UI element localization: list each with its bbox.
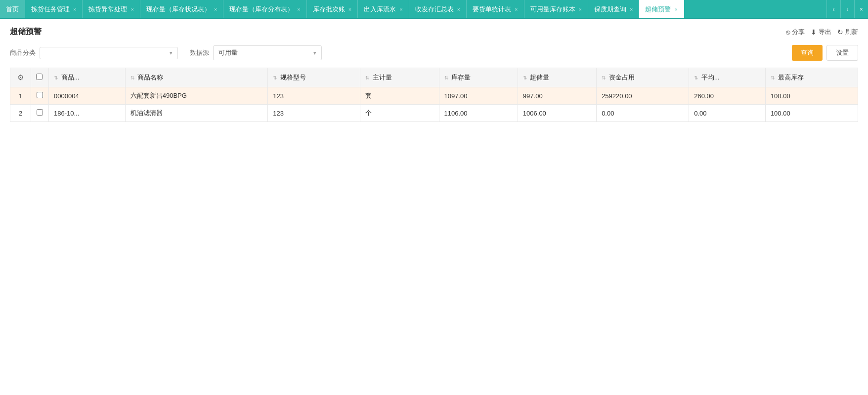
th-stock[interactable]: ⇅ 库存量 [439,68,518,87]
settings-button[interactable]: 设置 [826,45,858,61]
close-icon[interactable]: × [130,6,133,12]
close-icon[interactable]: × [399,6,402,12]
close-icon[interactable]: × [457,6,460,12]
nav-item-label: 拣货异常处理 [88,5,127,14]
nav-item-label: 现存量（库存分布表） [229,5,294,14]
page-header: 超储预警 ⎋ 分享 ⬇ 导出 ↻ 刷新 [10,27,858,37]
td-name: 六配套新昌490BPG [125,87,268,105]
td-capital: 0.00 [597,105,689,122]
nav-prev-button[interactable]: ‹ [826,0,840,19]
sort-icon: ⇅ [444,75,448,80]
share-button[interactable]: ⎋ 分享 [786,28,805,37]
close-icon[interactable]: × [579,6,582,12]
td-stock: 1097.00 [439,87,518,105]
th-avg-label: 平均... [701,74,720,81]
chevron-down-icon: ▾ [170,50,173,56]
th-capital-label: 资金占用 [609,74,635,81]
close-icon[interactable]: × [297,6,300,12]
th-checkbox[interactable] [31,68,49,87]
export-button[interactable]: ⬇ 导出 [811,28,831,37]
action-buttons: 查询 设置 [792,45,858,61]
nav-item-overstock[interactable]: 超储预警 × [639,0,684,19]
nav-item-expiry[interactable]: 保质期查询 × [588,0,639,19]
nav-item-exception[interactable]: 拣货异常处理 × [83,0,140,19]
select-all-checkbox[interactable] [36,74,43,80]
share-icon: ⎋ [786,28,790,36]
sort-icon: ⇅ [602,75,606,80]
nav-item-home[interactable]: 首页 [0,0,25,19]
th-stock-label: 库存量 [451,74,471,81]
sort-icon: ⇅ [273,75,277,80]
nav-item-task[interactable]: 拣货任务管理 × [25,0,83,19]
td-code: 0000004 [49,87,126,105]
nav-item-label: 收发存汇总表 [415,5,454,14]
close-icon[interactable]: × [73,6,76,12]
close-icon[interactable]: × [214,6,217,12]
gear-icon[interactable]: ⚙ [15,72,26,83]
query-button[interactable]: 查询 [792,45,823,61]
nav-item-stock-dist[interactable]: 现存量（库存分布表） × [223,0,306,19]
th-spec[interactable]: ⇅ 规格型号 [268,68,360,87]
td-checkbox[interactable] [31,105,49,122]
nav-item-available[interactable]: 可用量库存账本 × [524,0,588,19]
th-spec-label: 规格型号 [280,74,306,81]
nav-next-button[interactable]: › [840,0,854,19]
close-icon[interactable]: × [348,6,351,12]
nav-item-summary[interactable]: 收发存汇总表 × [409,0,467,19]
table-row[interactable]: 2 186-10... 机油滤清器 123 个 1106.00 1006.00 … [10,105,858,122]
td-avg: 0.00 [689,105,766,122]
close-icon[interactable]: × [515,6,518,12]
datasource-filter: 数据源 可用量 ▾ [190,45,322,60]
close-icon[interactable]: × [674,6,677,12]
refresh-button[interactable]: ↻ 刷新 [837,28,858,37]
th-overstock[interactable]: ⇅ 超储量 [518,68,596,87]
category-filter: 商品分类 ▾ [10,47,178,59]
th-unit[interactable]: ⇅ 主计量 [360,68,439,87]
category-select[interactable]: ▾ [40,47,178,59]
table-body: 1 0000004 六配套新昌490BPG 123 套 1097.00 997.… [10,87,858,122]
header-actions: ⎋ 分享 ⬇ 导出 ↻ 刷新 [786,28,858,37]
page-container: 超储预警 ⎋ 分享 ⬇ 导出 ↻ 刷新 商品分类 ▾ 数据源 [0,19,868,130]
sort-icon: ⇅ [365,75,369,80]
sort-icon: ⇅ [130,75,134,80]
refresh-icon: ↻ [837,28,843,36]
td-overstock: 1006.00 [518,105,596,122]
th-settings[interactable]: ⚙ [10,68,31,87]
data-table: ⚙ ⇅ 商品... ⇅ 商品名称 ⇅ 规格型号 ⇅ [10,68,858,122]
td-checkbox[interactable] [31,87,49,105]
sort-icon: ⇅ [694,75,698,80]
nav-item-label: 超储预警 [645,5,671,14]
table-row[interactable]: 1 0000004 六配套新昌490BPG 123 套 1097.00 997.… [10,87,858,105]
td-max-stock: 100.00 [765,105,858,122]
datasource-select[interactable]: 可用量 ▾ [213,45,322,60]
sort-icon: ⇅ [54,75,58,80]
row-checkbox[interactable] [37,109,43,116]
nav-item-label: 保质期查询 [594,5,626,14]
share-label: 分享 [792,28,805,37]
th-avg[interactable]: ⇅ 平均... [689,68,766,87]
nav-item-demand[interactable]: 要货单统计表 × [467,0,524,19]
th-code[interactable]: ⇅ 商品... [49,68,126,87]
close-icon[interactable]: × [630,6,633,12]
nav-close-button[interactable]: × [854,0,868,19]
page-title: 超储预警 [10,27,42,37]
th-max-stock[interactable]: ⇅ 最高库存 [765,68,858,87]
th-capital[interactable]: ⇅ 资金占用 [597,68,689,87]
nav-item-batch[interactable]: 库存批次账 × [307,0,358,19]
nav-item-stock-status[interactable]: 现存量（库存状况表） × [140,0,223,19]
nav-item-label: 出入库流水 [364,5,396,14]
nav-item-label: 可用量库存账本 [530,5,575,14]
row-checkbox[interactable] [37,92,43,98]
td-unit: 个 [360,105,439,122]
nav-item-label: 要货单统计表 [473,5,511,14]
filter-row: 商品分类 ▾ 数据源 可用量 ▾ 查询 设置 [10,45,858,61]
nav-item-label: 库存批次账 [313,5,345,14]
th-max-stock-label: 最高库存 [778,74,804,81]
export-label: 导出 [819,28,831,37]
td-index: 1 [10,87,31,105]
datasource-select-value: 可用量 [218,48,238,57]
th-name[interactable]: ⇅ 商品名称 [125,68,268,87]
td-index: 2 [10,105,31,122]
nav-item-flow[interactable]: 出入库流水 × [358,0,409,19]
table-header: ⚙ ⇅ 商品... ⇅ 商品名称 ⇅ 规格型号 ⇅ [10,68,858,87]
